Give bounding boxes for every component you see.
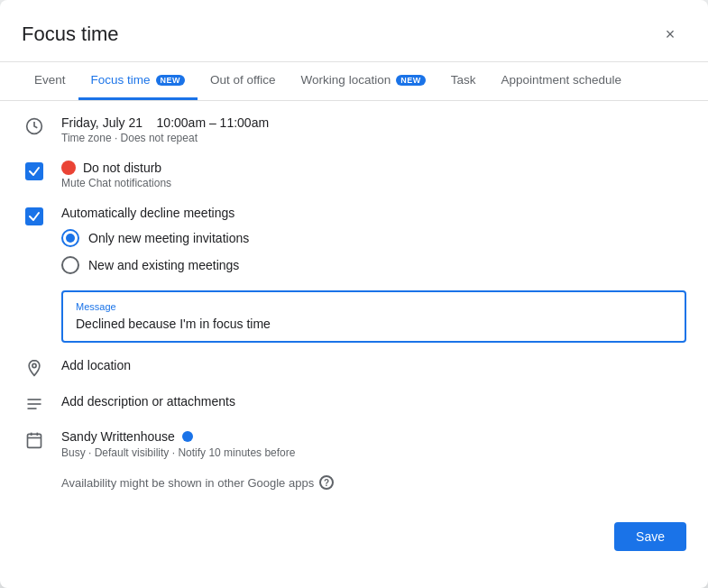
tab-working-location[interactable]: Working location NEW <box>289 62 438 100</box>
location-content: Add location <box>61 357 686 373</box>
description-icon <box>22 393 47 413</box>
add-description-link[interactable]: Add description or attachments <box>61 394 235 409</box>
save-button[interactable]: Save <box>614 522 686 551</box>
auto-decline-label: Automatically decline meetings <box>61 206 686 220</box>
timezone-repeat: Time zone · Does not repeat <box>61 132 686 144</box>
tab-bar: Event Focus time NEW Out of office Worki… <box>0 62 708 101</box>
calendar-content: Sandy Writtenhouse Busy · Default visibi… <box>61 429 686 459</box>
description-row: Add description or attachments <box>22 393 686 413</box>
dialog-content: Friday, July 21 10:00am – 11:00am Time z… <box>0 101 708 504</box>
dialog-title: Focus time <box>22 23 119 46</box>
location-icon <box>22 357 47 377</box>
radio-group: Only new meeting invitations New and exi… <box>61 229 686 274</box>
auto-decline-content: Automatically decline meetings Only new … <box>61 206 686 274</box>
availability-note: Availability might be shown in other Goo… <box>61 475 686 490</box>
radio-only-new-outer <box>61 229 79 247</box>
svg-point-1 <box>32 363 36 367</box>
date-time-display: Friday, July 21 10:00am – 11:00am <box>61 115 686 130</box>
location-row: Add location <box>22 357 686 377</box>
dialog-header: Focus time × <box>0 0 708 51</box>
close-button[interactable]: × <box>654 18 686 51</box>
checkbox-dnd-icon <box>22 161 47 180</box>
radio-only-new[interactable]: Only new meeting invitations <box>61 229 686 247</box>
time-range: 10:00am – 11:00am <box>157 115 270 130</box>
focus-time-new-badge: NEW <box>156 75 186 86</box>
tab-appointment-schedule[interactable]: Appointment schedule <box>488 62 634 100</box>
tab-focus-time[interactable]: Focus time NEW <box>78 62 198 100</box>
working-location-new-badge: NEW <box>396 75 426 86</box>
dnd-checkbox[interactable] <box>25 162 43 180</box>
calendar-row: Sandy Writtenhouse Busy · Default visibi… <box>22 429 686 459</box>
info-icon[interactable]: ? <box>319 475 334 490</box>
svg-rect-5 <box>28 434 41 447</box>
tab-out-of-office[interactable]: Out of office <box>198 62 289 100</box>
dnd-label-row: Do not disturb <box>61 161 686 175</box>
dialog: Focus time × Event Focus time NEW Out of… <box>0 0 708 588</box>
radio-new-existing-outer <box>61 256 79 274</box>
date-label: Friday, July 21 <box>61 115 143 130</box>
message-box[interactable]: Message <box>61 290 686 343</box>
calendar-dot <box>182 431 193 442</box>
checkbox-auto-icon <box>22 206 47 225</box>
date-time-content: Friday, July 21 10:00am – 11:00am Time z… <box>61 115 686 144</box>
clock-icon <box>22 115 47 135</box>
availability-text: Availability might be shown in other Goo… <box>61 476 314 490</box>
description-content: Add description or attachments <box>61 393 686 409</box>
radio-new-existing-label: New and existing meetings <box>88 258 239 272</box>
calendar-name-row: Sandy Writtenhouse <box>61 429 686 444</box>
tab-task[interactable]: Task <box>438 62 489 100</box>
auto-decline-checkbox[interactable] <box>25 207 43 225</box>
tab-event[interactable]: Event <box>22 62 78 100</box>
calendar-name-label: Sandy Writtenhouse <box>61 429 175 444</box>
dialog-footer: Save <box>0 511 708 562</box>
radio-new-existing[interactable]: New and existing meetings <box>61 256 686 274</box>
calendar-icon <box>22 429 47 449</box>
dnd-label: Do not disturb <box>83 161 161 175</box>
dnd-row: Do not disturb Mute Chat notifications <box>22 161 686 189</box>
radio-only-new-label: Only new meeting invitations <box>88 231 249 245</box>
add-location-link[interactable]: Add location <box>61 358 131 372</box>
radio-only-new-inner <box>66 234 75 243</box>
dnd-content: Do not disturb Mute Chat notifications <box>61 161 686 189</box>
dnd-red-dot <box>61 161 76 175</box>
message-input[interactable] <box>76 317 672 331</box>
message-label: Message <box>76 301 672 312</box>
message-row: Message <box>22 290 686 343</box>
auto-decline-row: Automatically decline meetings Only new … <box>22 206 686 274</box>
date-time-row: Friday, July 21 10:00am – 11:00am Time z… <box>22 115 686 144</box>
dnd-sub: Mute Chat notifications <box>61 177 686 189</box>
calendar-sub: Busy · Default visibility · Notify 10 mi… <box>61 446 686 459</box>
